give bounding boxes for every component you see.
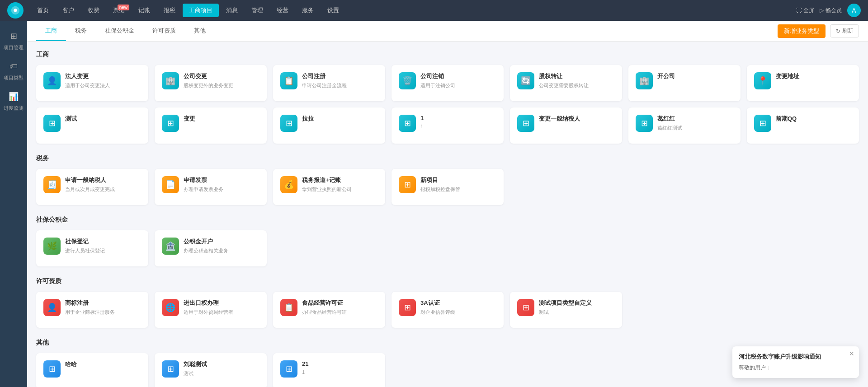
notification-popup: ✕ 河北税务数字账户升级影响通知 尊敬的用户： (732, 346, 859, 378)
card-sub-other-3: 1 (302, 369, 378, 376)
tab-shebao[interactable]: 社保公积金 (96, 21, 143, 41)
card-icon-other-2: ⊞ (162, 360, 179, 378)
nav-customer[interactable]: 客户 (56, 4, 80, 17)
tab-shuiwu[interactable]: 税务 (66, 21, 96, 41)
card-gongsizhu[interactable]: 📋 公司注册 申请公司注册全流程 (273, 65, 385, 101)
card-xuke-2[interactable]: 🌐 进出口权办理 适用于对外贸易经营者 (155, 292, 267, 328)
card-qianqiQQ[interactable]: ⊞ 前期QQ (747, 107, 859, 144)
nav-home[interactable]: 首页 (31, 4, 55, 17)
card-sub-shuiwu-3: 拿到营业执照的新公司 (302, 186, 378, 193)
card-title-biangengdizhi: 变更地址 (776, 72, 852, 80)
sidebar-item-project-type[interactable]: 🏷 项目类型 (0, 56, 27, 86)
fullscreen-btn[interactable]: ⛶ 全屏 (796, 7, 814, 14)
card-title-fazhi: 法人变更 (65, 72, 141, 80)
card-shuiwu-2[interactable]: 📄 申请发票 办理申请发票业务 (155, 169, 267, 205)
card-other-2[interactable]: ⊞ 刘聪测试 测试 (155, 353, 267, 387)
card-title-gongsibiangeng: 公司变更 (184, 72, 259, 80)
card-icon-gehonghong: ⊞ (636, 115, 653, 132)
card-sub-gongsibiangeng: 股权变更外的业务变更 (184, 82, 259, 89)
nav-fee[interactable]: 收费 (81, 4, 106, 17)
sidebar-item-project-manage[interactable]: ⊞ 项目管理 (0, 25, 27, 56)
card-gongsibiangeng[interactable]: 🏢 公司变更 股权变更外的业务变更 (155, 65, 267, 101)
sidebar-item-progress[interactable]: 📊 进度监测 (0, 86, 27, 116)
card-ceshi[interactable]: ⊞ 测试 (36, 107, 148, 144)
card-sub-fazhi: 适用于公司变更法人 (65, 82, 141, 89)
card-shuiwu-1[interactable]: 🧾 申请一般纳税人 当月或次月成变更完成 (36, 169, 148, 205)
main-content: 工商 税务 社保公积金 许可资质 其他 新增业务类型 ↻ 刷新 工商 👤 法人变… (27, 21, 868, 387)
card-icon-xuke-1: 👤 (43, 299, 61, 316)
card-title-kaigongsi: 开公司 (657, 72, 733, 80)
card-shebao-2[interactable]: 🏦 公积金开户 办理公积金相关业务 (155, 230, 267, 266)
member-btn[interactable]: ▷ 畅会员 (820, 7, 842, 14)
card-guzhuanzhi[interactable]: 🔄 股权转让 公司变更需要股权转让 (510, 65, 622, 101)
card-title-gehonghong: 葛红红 (657, 115, 733, 123)
card-sub-shuiwu-1: 当月或次月成变更完成 (65, 186, 141, 193)
card-title-gongsixiao: 公司注销 (420, 72, 496, 80)
card-sub-xuke-3: 办理食品经营许可证 (302, 309, 378, 316)
nav-message[interactable]: 消息 (220, 4, 244, 17)
project-type-icon: 🏷 (7, 60, 20, 73)
tab-other[interactable]: 其他 (185, 21, 215, 41)
card-lala[interactable]: ⊞ 拉拉 (273, 107, 385, 144)
card-kaigongsi[interactable]: 🏢 开公司 (628, 65, 741, 101)
card-xuke-4[interactable]: ⊞ 3A认证 对企业信誉评级 (392, 292, 504, 328)
card-biangeng[interactable]: ⊞ 变更 (155, 107, 267, 144)
card-other-1[interactable]: ⊞ 哈哈 (36, 353, 148, 387)
card-other-3[interactable]: ⊞ 21 1 (273, 353, 385, 387)
card-icon-gongsibiangeng: 🏢 (162, 72, 179, 89)
notification-close[interactable]: ✕ (849, 350, 854, 357)
tab-xuke[interactable]: 许可资质 (143, 21, 185, 41)
card-biangeng-납세[interactable]: ⊞ 变更一般纳税人 (510, 107, 622, 144)
cards-grid-gongshang-2: ⊞ 测试 ⊞ 变更 ⊞ 拉拉 ⊞ (36, 107, 859, 144)
nav-service[interactable]: 服务 (296, 4, 320, 17)
cards-grid-shebao: 🌿 社保登记 进行人员社保登记 🏦 公积金开户 办理公积金相关业务 (36, 230, 859, 266)
nav-operation[interactable]: 经营 (270, 4, 295, 17)
card-title-lala: 拉拉 (302, 115, 378, 123)
tab-gongshang[interactable]: 工商 (36, 21, 66, 41)
avatar[interactable]: A (847, 4, 861, 17)
card-sub-other-2: 测试 (184, 370, 259, 377)
refresh-button[interactable]: ↻ 刷新 (830, 24, 859, 37)
card-icon-biangeng: ⊞ (162, 115, 179, 132)
notification-title: 河北税务数字账户升级影响通知 (739, 353, 853, 361)
refresh-icon: ↻ (836, 28, 840, 34)
card-icon-xuke-3: 📋 (280, 299, 297, 316)
card-title-shuiwu-2: 申请发票 (184, 176, 259, 184)
card-title-xuke-3: 食品经营许可证 (302, 299, 378, 307)
card-fazhi[interactable]: 👤 法人变更 适用于公司变更法人 (36, 65, 148, 101)
card-one[interactable]: ⊞ 1 1 (392, 107, 504, 144)
nav-settings[interactable]: 设置 (321, 4, 345, 17)
logo[interactable] (7, 2, 24, 19)
card-xuke-1[interactable]: 👤 商标注册 用于企业商标注册服务 (36, 292, 148, 328)
card-shuiwu-3[interactable]: 💰 税务报道+记账 拿到营业执照的新公司 (273, 169, 385, 205)
nav-business[interactable]: 工商项目 (183, 4, 219, 17)
card-title-gongsizhu: 公司注册 (302, 72, 378, 80)
nav-ticket[interactable]: 票据 new (107, 4, 131, 17)
card-title-shuiwu-3: 税务报道+记账 (302, 176, 378, 184)
cards-grid-xuke: 👤 商标注册 用于企业商标注册服务 🌐 进出口权办理 适用于对外贸易经营者 📋 … (36, 292, 859, 328)
nav-bookkeeping[interactable]: 记账 (132, 4, 156, 17)
card-xuke-3[interactable]: 📋 食品经营许可证 办理食品经营许可证 (273, 292, 385, 328)
nav-tax[interactable]: 报税 (157, 4, 182, 17)
card-icon-shuiwu-2: 📄 (162, 176, 179, 193)
tab-bar: 工商 税务 社保公积金 许可资质 其他 新增业务类型 ↻ 刷新 (27, 21, 868, 42)
card-icon-shuiwu-3: 💰 (280, 176, 297, 193)
card-gehonghong[interactable]: ⊞ 葛红红 葛红红测试 (628, 107, 741, 144)
card-shuiwu-4[interactable]: ⊞ 新项目 报税加税控盘保管 (392, 169, 504, 205)
section-title-other: 其他 (36, 339, 859, 347)
card-sub-shuiwu-2: 办理申请发票业务 (184, 186, 259, 193)
new-type-button[interactable]: 新增业务类型 (778, 24, 826, 38)
card-title-xuke-4: 3A认证 (420, 299, 496, 307)
card-title-biangeng: 变更 (184, 115, 259, 123)
card-title-shebao-1: 社保登记 (65, 238, 141, 246)
card-sub-gehonghong: 葛红红测试 (657, 125, 733, 131)
card-icon-qianqiQQ: ⊞ (754, 115, 771, 132)
card-sub-one: 1 (420, 123, 496, 130)
nav-manage[interactable]: 管理 (245, 4, 269, 17)
card-icon-lala: ⊞ (280, 115, 297, 132)
card-xuke-5[interactable]: ⊞ 测试项目类型自定义 测试 (510, 292, 622, 328)
card-gongsixiao[interactable]: 🗑️ 公司注销 适用于注销公司 (392, 65, 504, 101)
card-biangengdizhi[interactable]: 📍 变更地址 (747, 65, 859, 101)
card-icon-xuke-2: 🌐 (162, 299, 179, 316)
card-shebao-1[interactable]: 🌿 社保登记 进行人员社保登记 (36, 230, 148, 266)
